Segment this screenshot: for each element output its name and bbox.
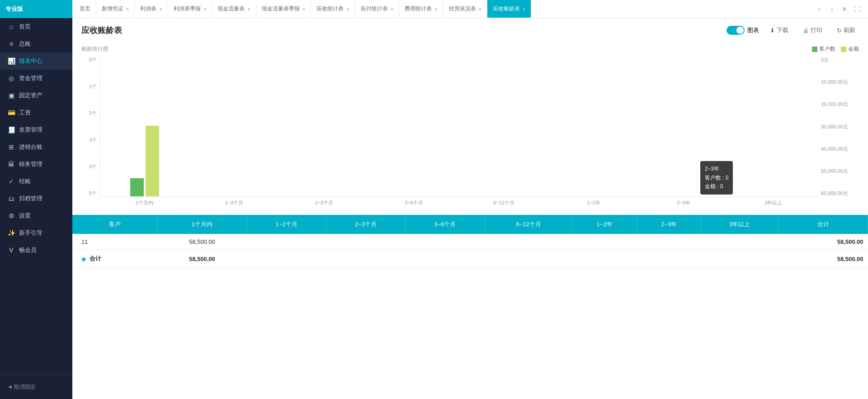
sidebar-item-ledger[interactable]: ≡ 总账: [0, 35, 72, 52]
sidebar: 专业版 ⌂ 首页 ≡ 总账 📊 报表中心 ◎ 资金管理 ▣ 固定资产 💳 工资 …: [0, 0, 72, 399]
chart-grid: 2~3年 客户数 : 0 金额 : 0: [99, 57, 818, 197]
sidebar-item-home[interactable]: ⌂ 首页: [0, 18, 72, 35]
tab-payable-stats[interactable]: 应付统计表 ×: [355, 0, 399, 18]
sidebar-item-salary[interactable]: 💳 工资: [0, 104, 72, 121]
th-23year: 2~3年: [637, 215, 701, 234]
td-total-12month: [247, 250, 326, 268]
sidebar-label-salary: 工资: [19, 109, 31, 117]
tab-scroll-right[interactable]: ›: [826, 4, 837, 14]
tab-voucher[interactable]: 新增凭证 ×: [96, 0, 135, 18]
sidebar-bottom: ◄ 取消固定: [0, 375, 72, 399]
sidebar-item-funds[interactable]: ◎ 资金管理: [0, 70, 72, 87]
guide-icon: ✨: [7, 229, 15, 237]
sidebar-item-assets[interactable]: ▣ 固定资产: [0, 87, 72, 104]
th-1month: 1个月内: [157, 215, 247, 234]
legend-customers-label: 客户数: [819, 45, 835, 53]
tab-cashflow-quarterly[interactable]: 现金流量表季报 ×: [256, 0, 311, 18]
td-total-total: 58,500.00: [778, 250, 868, 268]
tab-scroll-left[interactable]: ‹: [814, 4, 825, 14]
tab-receivable-stats-label: 应收统计表: [316, 5, 344, 13]
main-area: 首页 新增凭证 × 利润表 × 利润表季报 × 现金流量表 × 现金流量表季报 …: [72, 0, 868, 399]
tab-close-all[interactable]: ✕: [839, 4, 850, 14]
total-label-text: 合计: [90, 255, 101, 263]
x-label-23year: 2~3年: [639, 197, 729, 210]
sidebar-item-tax[interactable]: 🏛 税务管理: [0, 156, 72, 173]
y-left-2: 2个: [89, 110, 97, 117]
tab-receivable-stats[interactable]: 应收统计表 ×: [311, 0, 355, 18]
sidebar-item-checkout[interactable]: ✓ 结账: [0, 173, 72, 190]
tab-home[interactable]: 首页: [74, 0, 96, 18]
sidebar-item-invoice[interactable]: 🧾 发票管理: [0, 121, 72, 138]
tab-cashflow-close[interactable]: ×: [247, 6, 250, 12]
sidebar-label-tax: 税务管理: [19, 160, 42, 168]
sidebar-label-vip: 畅会员: [19, 246, 37, 254]
td-11-23month: [326, 234, 405, 250]
salary-icon: 💳: [7, 109, 15, 116]
download-label: 下载: [777, 26, 788, 34]
tab-cashflow[interactable]: 现金流量表 ×: [212, 0, 256, 18]
chart-container: 5个 4个 3个 2个 1个 0个: [81, 57, 859, 210]
sidebar-item-guide[interactable]: ✨ 新手引导: [0, 224, 72, 242]
legend-customers: 客户数: [812, 45, 835, 53]
tab-payable-stats-close[interactable]: ×: [391, 6, 393, 12]
td-total-36month: [406, 250, 485, 268]
chart-toggle[interactable]: [726, 26, 745, 35]
y-left-5: 5个: [89, 190, 97, 197]
th-23month: 2~3个月: [326, 215, 405, 234]
chart-bars: 2~3年 客户数 : 0 金额 : 0: [100, 57, 818, 196]
chart-legend: 客户数 金额: [812, 45, 859, 53]
print-button[interactable]: 🖨 打印: [799, 24, 826, 36]
x-label-612month: 6~12个月: [459, 197, 549, 210]
sidebar-item-reports[interactable]: 📊 报表中心: [0, 52, 72, 70]
tab-cashflow-quarterly-close[interactable]: ×: [302, 6, 305, 12]
sidebar-item-archive[interactable]: 🗂 归档管理: [0, 190, 72, 207]
tab-aging-close[interactable]: ×: [523, 6, 525, 12]
td-total-1month: 58,500.00: [157, 250, 247, 268]
tab-fullscreen[interactable]: ⛶: [852, 4, 863, 14]
vip-icon: V: [7, 247, 15, 254]
sidebar-item-vip[interactable]: V 畅会员: [0, 242, 72, 259]
y-left-3: 3个: [89, 137, 97, 143]
tab-voucher-close[interactable]: ×: [126, 6, 129, 12]
sidebar-item-settings[interactable]: ⚙ 设置: [0, 207, 72, 224]
td-11-total: 58,500.00: [778, 234, 868, 250]
y-right-50k: 50,000.00元: [821, 168, 848, 175]
tab-profit-quarterly-close[interactable]: ×: [203, 6, 206, 12]
tab-profit[interactable]: 利润表 ×: [135, 0, 168, 18]
tab-profit-close[interactable]: ×: [159, 6, 162, 12]
sidebar-item-stock[interactable]: ⊞ 进销台账: [0, 138, 72, 156]
y-right-30k: 30,000.00元: [821, 124, 848, 130]
refresh-button[interactable]: ↻ 刷新: [833, 24, 859, 36]
total-icon: ◈: [81, 256, 86, 262]
tab-aging[interactable]: 应收账龄表 ×: [487, 0, 531, 18]
download-button[interactable]: ⬇ 下载: [766, 24, 792, 36]
download-icon: ⬇: [770, 27, 775, 34]
td-total-3yearplus: [701, 250, 778, 268]
tab-expense-stats[interactable]: 费用统计表 ×: [399, 0, 443, 18]
x-label-12year: 1~2年: [549, 197, 639, 210]
x-axis: 1个月内 1~2个月 2~3个月 3~6个月 6~12个月 1~2年 2~3年 …: [99, 197, 818, 210]
tax-icon: 🏛: [7, 161, 15, 168]
refresh-label: 刷新: [844, 26, 855, 34]
toggle-pin-button[interactable]: ◄ 取消固定: [0, 380, 72, 394]
sidebar-label-checkout: 结账: [19, 177, 31, 185]
logo: 专业版: [0, 0, 72, 18]
tooltip-customers: 客户数 : 0: [705, 174, 729, 182]
td-11-3yearplus: [701, 234, 778, 250]
tab-profit-quarterly[interactable]: 利润表季报 ×: [168, 0, 212, 18]
tab-business-status[interactable]: 经营状况表 ×: [443, 0, 487, 18]
sidebar-label-invoice: 发票管理: [19, 126, 42, 134]
sidebar-label-funds: 资金管理: [19, 74, 42, 82]
tab-expense-stats-close[interactable]: ×: [434, 6, 437, 12]
y-left-1: 1个: [89, 83, 97, 90]
sidebar-label-guide: 新手引导: [19, 229, 42, 237]
stock-icon: ⊞: [7, 143, 15, 151]
tab-business-status-close[interactable]: ×: [479, 6, 481, 12]
invoice-icon: 🧾: [7, 126, 15, 133]
reports-icon: 📊: [7, 57, 15, 65]
y-right-60k: 60,000.00元: [821, 190, 848, 197]
tab-receivable-stats-close[interactable]: ×: [346, 6, 349, 12]
chart-toggle-label: 图表: [747, 26, 759, 34]
chart-drawing-area: 2~3年 客户数 : 0 金额 : 0: [99, 57, 818, 210]
td-total-23year: [637, 250, 701, 268]
